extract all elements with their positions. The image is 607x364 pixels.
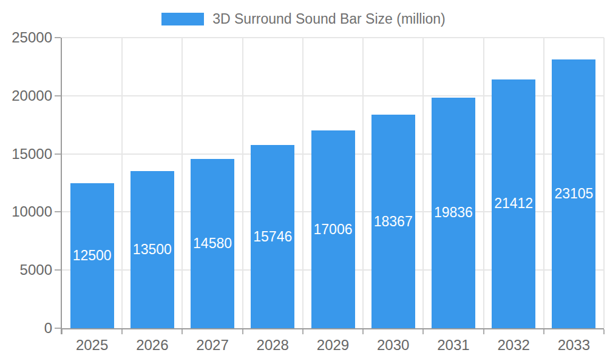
bar: 17006 bbox=[311, 130, 355, 328]
bar: 12500 bbox=[70, 183, 114, 329]
bar-chart: 3D Surround Sound Bar Size (million) 050… bbox=[0, 0, 607, 364]
y-tick-label: 10000 bbox=[0, 204, 52, 219]
v-gridline bbox=[362, 38, 364, 328]
v-gridline bbox=[181, 38, 183, 328]
x-tick bbox=[302, 329, 304, 334]
bar-value-label: 15746 bbox=[253, 229, 292, 245]
x-tick bbox=[242, 329, 243, 334]
x-tick-label: 2029 bbox=[303, 335, 363, 355]
bar: 21412 bbox=[492, 79, 535, 328]
bar: 23105 bbox=[552, 59, 595, 328]
bar-value-label: 23105 bbox=[554, 186, 593, 202]
x-tick bbox=[362, 329, 364, 334]
bar: 13500 bbox=[131, 171, 174, 328]
y-tick-label: 5000 bbox=[0, 263, 52, 277]
v-gridline bbox=[302, 38, 304, 328]
y-tick bbox=[55, 211, 61, 212]
x-tick-label: 2032 bbox=[484, 335, 544, 355]
bar: 19836 bbox=[432, 98, 475, 328]
y-tick bbox=[55, 269, 61, 271]
x-tick-label: 2027 bbox=[182, 335, 242, 355]
x-tick bbox=[121, 329, 123, 334]
bar: 15746 bbox=[251, 145, 294, 328]
y-tick bbox=[55, 328, 61, 329]
x-tick-label: 2025 bbox=[62, 335, 122, 355]
v-gridline bbox=[422, 38, 424, 328]
x-tick-label: 2028 bbox=[243, 335, 303, 355]
x-tick bbox=[181, 329, 183, 334]
y-axis-line bbox=[61, 38, 62, 334]
v-gridline bbox=[603, 38, 605, 328]
bar-value-label: 18367 bbox=[374, 214, 413, 230]
x-tick-label: 2030 bbox=[363, 335, 423, 355]
v-gridline bbox=[242, 38, 243, 328]
x-tick-label: 2031 bbox=[423, 335, 483, 355]
h-gridline bbox=[62, 37, 604, 38]
x-tick bbox=[422, 329, 424, 334]
v-gridline bbox=[121, 38, 123, 328]
bar: 18367 bbox=[371, 115, 415, 328]
x-tick-label: 2033 bbox=[544, 335, 604, 355]
y-tick-label: 20000 bbox=[0, 89, 52, 103]
v-gridline bbox=[483, 38, 484, 328]
y-tick-label: 0 bbox=[0, 321, 52, 335]
legend: 3D Surround Sound Bar Size (million) bbox=[0, 6, 607, 32]
bar-value-label: 17006 bbox=[314, 221, 353, 238]
legend-swatch bbox=[161, 13, 204, 25]
bar-value-label: 14580 bbox=[193, 235, 232, 252]
x-tick bbox=[483, 329, 484, 334]
y-tick-label: 15000 bbox=[0, 147, 52, 161]
x-tick bbox=[543, 329, 544, 334]
bar: 14580 bbox=[191, 159, 234, 328]
x-tick-label: 2026 bbox=[122, 335, 182, 355]
bar-value-label: 13500 bbox=[133, 241, 172, 258]
x-axis-line bbox=[61, 328, 604, 329]
y-tick bbox=[55, 153, 61, 155]
y-tick-label: 25000 bbox=[0, 30, 52, 45]
bar-value-label: 19836 bbox=[434, 204, 473, 221]
bar-value-label: 21412 bbox=[494, 195, 533, 212]
bar-value-label: 12500 bbox=[73, 248, 112, 264]
v-gridline bbox=[543, 38, 544, 328]
y-tick bbox=[55, 37, 61, 38]
x-tick bbox=[603, 329, 605, 334]
y-tick bbox=[55, 95, 61, 96]
legend-label: 3D Surround Sound Bar Size (million) bbox=[212, 11, 446, 27]
